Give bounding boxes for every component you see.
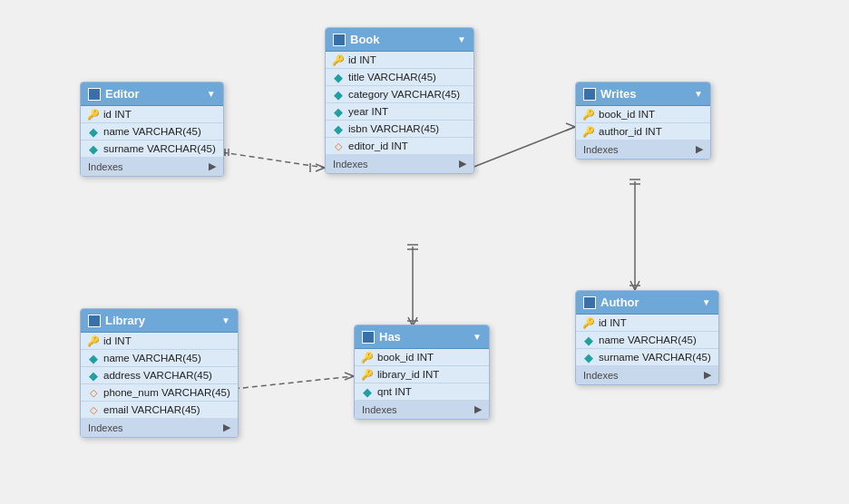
book-field-category: ◆ category VARCHAR(45) — [326, 86, 473, 103]
author-field-surname: ◆ surname VARCHAR(45) — [576, 349, 718, 365]
table-has-header: Has ▼ — [355, 325, 489, 349]
table-has-arrow[interactable]: ▼ — [473, 332, 482, 342]
table-author-arrow[interactable]: ▼ — [702, 297, 711, 307]
editor-field-surname: ◆ surname VARCHAR(45) — [81, 141, 223, 157]
diagram-canvas: Book ▼ 🔑 id INT ◆ title VARCHAR(45) ◆ ca… — [0, 0, 849, 504]
table-has: Has ▼ 🔑 book_id INT 🔑 library_id INT ◆ q… — [354, 325, 490, 420]
table-author-header: Author ▼ — [576, 291, 718, 315]
table-has-icon — [362, 331, 375, 344]
writes-field-book-id-text: book_id INT — [599, 109, 655, 120]
table-book-label: Book — [350, 33, 380, 46]
key-orange-icon: ◇ — [333, 141, 344, 151]
author-indexes-label: Indexes — [583, 370, 619, 381]
key-teal-icon-a2: ◆ — [583, 352, 594, 363]
book-indexes-label: Indexes — [333, 159, 368, 170]
table-writes-header: Writes ▼ — [576, 82, 710, 106]
has-field-qnt-text: qnt INT — [377, 386, 412, 397]
library-field-email: ◇ email VARCHAR(45) — [81, 402, 238, 418]
author-field-name-text: name VARCHAR(45) — [599, 334, 697, 345]
has-indexes[interactable]: Indexes ▶ — [355, 400, 489, 419]
book-field-title: ◆ title VARCHAR(45) — [326, 69, 473, 86]
book-field-category-text: category VARCHAR(45) — [348, 89, 460, 100]
has-indexes-arrow: ▶ — [474, 403, 482, 415]
author-field-surname-text: surname VARCHAR(45) — [599, 352, 711, 363]
editor-indexes-arrow: ▶ — [209, 160, 216, 172]
library-field-name: ◆ name VARCHAR(45) — [81, 350, 238, 367]
key-yellow-icon-e: 🔑 — [88, 109, 99, 120]
svg-line-2 — [316, 168, 325, 171]
book-field-title-text: title VARCHAR(45) — [348, 72, 436, 82]
key-teal-icon-l2: ◆ — [88, 370, 99, 381]
library-field-email-text: email VARCHAR(45) — [103, 404, 200, 415]
table-writes-label: Writes — [600, 87, 637, 101]
writes-indexes-arrow: ▶ — [696, 143, 703, 155]
book-field-id-text: id INT — [348, 54, 376, 65]
library-indexes[interactable]: Indexes ▶ — [81, 418, 238, 437]
book-indexes-arrow: ▶ — [459, 158, 466, 170]
svg-line-6 — [472, 127, 575, 168]
svg-line-8 — [566, 123, 575, 127]
key-red-icon-w1: 🔑 — [583, 109, 594, 120]
key-teal-icon2: ◆ — [333, 89, 344, 100]
library-field-address-text: address VARCHAR(45) — [103, 370, 212, 381]
writes-indexes[interactable]: Indexes ▶ — [576, 140, 710, 159]
book-field-id: 🔑 id INT — [326, 52, 473, 69]
author-indexes[interactable]: Indexes ▶ — [576, 365, 718, 384]
book-field-year: ◆ year INT — [326, 103, 473, 121]
key-teal-icon-l1: ◆ — [88, 353, 99, 363]
table-library: Library ▼ 🔑 id INT ◆ name VARCHAR(45) ◆ … — [80, 308, 239, 438]
library-field-address: ◆ address VARCHAR(45) — [81, 367, 238, 384]
writes-indexes-label: Indexes — [583, 144, 619, 155]
table-editor-body: 🔑 id INT ◆ name VARCHAR(45) ◆ surname VA… — [81, 106, 223, 157]
key-red-icon-h1: 🔑 — [362, 352, 373, 363]
table-writes-icon — [583, 88, 596, 101]
book-field-editor-id-text: editor_id INT — [348, 141, 408, 151]
svg-line-1 — [316, 164, 325, 168]
table-library-arrow[interactable]: ▼ — [221, 315, 230, 325]
has-field-qnt: ◆ qnt INT — [355, 383, 489, 400]
author-field-id: 🔑 id INT — [576, 315, 718, 332]
table-book-header: Book ▼ — [326, 28, 473, 52]
svg-line-0 — [222, 152, 325, 168]
table-editor-arrow[interactable]: ▼ — [207, 89, 216, 99]
table-editor-icon — [88, 88, 101, 101]
key-yellow-icon: 🔑 — [333, 54, 344, 65]
key-red-icon-h2: 🔑 — [362, 369, 373, 380]
has-indexes-label: Indexes — [362, 404, 397, 415]
library-field-name-text: name VARCHAR(45) — [103, 353, 201, 363]
key-teal-icon-a1: ◆ — [583, 334, 594, 345]
table-writes-body: 🔑 book_id INT 🔑 author_id INT — [576, 106, 710, 140]
table-book-arrow[interactable]: ▼ — [457, 34, 466, 44]
svg-line-25 — [345, 373, 354, 376]
key-yellow-icon-a: 🔑 — [583, 317, 594, 328]
svg-line-9 — [566, 127, 575, 131]
has-field-book-id-text: book_id INT — [377, 352, 434, 363]
has-field-book-id: 🔑 book_id INT — [355, 349, 489, 366]
editor-indexes-label: Indexes — [88, 161, 123, 172]
table-library-header: Library ▼ — [81, 309, 238, 333]
editor-field-id-text: id INT — [103, 109, 132, 120]
library-field-phone: ◇ phone_num VARCHAR(45) — [81, 384, 238, 402]
writes-field-author-id-text: author_id INT — [599, 126, 662, 137]
author-field-id-text: id INT — [599, 317, 627, 328]
book-field-isbn: ◆ isbn VARCHAR(45) — [326, 121, 473, 138]
writes-field-author-id: 🔑 author_id INT — [576, 123, 710, 140]
author-field-name: ◆ name VARCHAR(45) — [576, 332, 718, 349]
table-book-icon — [333, 34, 346, 46]
editor-indexes[interactable]: Indexes ▶ — [81, 157, 223, 176]
svg-line-12 — [635, 281, 639, 290]
book-indexes[interactable]: Indexes ▶ — [326, 154, 473, 173]
editor-field-id: 🔑 id INT — [81, 106, 223, 123]
table-editor: Editor ▼ 🔑 id INT ◆ name VARCHAR(45) ◆ s… — [80, 82, 224, 177]
editor-field-name-text: name VARCHAR(45) — [103, 126, 201, 137]
key-teal-icon-e1: ◆ — [88, 126, 99, 137]
table-library-icon — [88, 315, 101, 327]
table-author-icon — [583, 296, 596, 309]
library-field-id: 🔑 id INT — [81, 333, 238, 350]
table-book-body: 🔑 id INT ◆ title VARCHAR(45) ◆ category … — [326, 52, 473, 154]
book-field-isbn-text: isbn VARCHAR(45) — [348, 123, 439, 134]
table-writes-arrow[interactable]: ▼ — [694, 89, 703, 99]
key-teal-icon-e2: ◆ — [88, 143, 99, 154]
library-indexes-arrow: ▶ — [223, 422, 230, 433]
library-field-phone-text: phone_num VARCHAR(45) — [103, 387, 230, 398]
